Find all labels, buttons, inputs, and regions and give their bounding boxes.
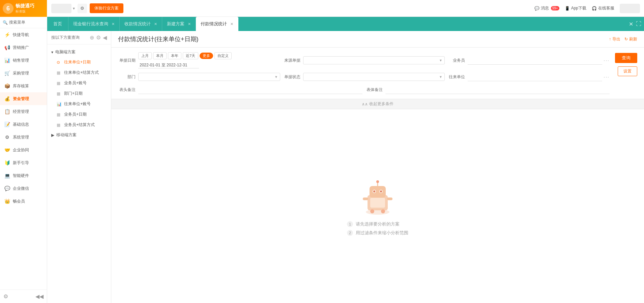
partner-label: 往来单位 bbox=[447, 74, 465, 80]
sidebar-item-operations[interactable]: 📋 经营管理 bbox=[0, 105, 47, 118]
tab-bank-flow-close[interactable]: ✕ bbox=[112, 22, 115, 26]
sidebar-item-label: 资金管理 bbox=[13, 96, 29, 102]
tab-receivable-label: 收款情况统计 bbox=[124, 21, 151, 27]
scheme-item-unit-date[interactable]: ⊙ 往来单位+日期 bbox=[47, 57, 111, 67]
tab-bank-flow[interactable]: 现金银行流水查询 ✕ bbox=[68, 17, 120, 31]
add-scheme-button[interactable]: ⊕ bbox=[90, 34, 94, 41]
sidebar-item-basic-info[interactable]: 📝 基础信息 bbox=[0, 118, 47, 131]
empty-hints: 1 请先选择要分析的方案 2 用过滤条件来缩小分析范围 bbox=[347, 221, 408, 236]
scheme-item-unit-settlement[interactable]: ▦ 往来单位+结算方式 bbox=[47, 67, 111, 78]
tab-close-all-button[interactable]: ✕ bbox=[629, 21, 633, 27]
message-button[interactable]: 💬 消息 99+ bbox=[534, 5, 559, 11]
staff-more-button[interactable]: ··· bbox=[604, 58, 610, 63]
dept-select[interactable]: ▾ bbox=[138, 73, 280, 81]
table-header-note-input[interactable] bbox=[138, 85, 362, 94]
source-doc-select[interactable]: ▾ bbox=[303, 56, 445, 64]
message-label: 消息 bbox=[541, 5, 549, 11]
date-btn-this-month[interactable]: 本月 bbox=[153, 52, 167, 59]
sidebar-item-member[interactable]: 👑 畅会员 bbox=[0, 195, 47, 208]
scheme-item-staff-account[interactable]: ▦ 业务员+账号 bbox=[47, 78, 111, 88]
sidebar-item-marketing[interactable]: 📢 营销推广 bbox=[0, 41, 47, 54]
svg-rect-2 bbox=[370, 198, 385, 208]
scheme-icon: ▦ bbox=[57, 123, 62, 127]
date-btn-last-7days[interactable]: 近7天 bbox=[183, 52, 198, 59]
hint2-text: 用过滤条件来缩小分析范围 bbox=[356, 230, 408, 236]
basic-info-icon: 📝 bbox=[4, 121, 10, 127]
table-body-note-input[interactable] bbox=[385, 85, 610, 94]
online-service-button[interactable]: 🎧 在线客服 bbox=[592, 5, 614, 11]
doc-status-select[interactable]: ▾ bbox=[303, 73, 445, 81]
svg-rect-10 bbox=[363, 198, 368, 200]
collapse-panel-button[interactable]: ◀ bbox=[103, 34, 107, 41]
sales-icon: 📊 bbox=[4, 57, 10, 63]
purchase-icon: 🛒 bbox=[4, 70, 10, 76]
tab-new-scheme[interactable]: 新建方案 ✕ bbox=[162, 17, 196, 31]
tab-receivable[interactable]: 收款情况统计 ✕ bbox=[120, 17, 162, 31]
scheme-item-dept-date[interactable]: ▦ 部门+日期 bbox=[47, 88, 111, 99]
sidebar-item-sales[interactable]: 📊 销售管理 bbox=[0, 54, 47, 67]
settings-button[interactable]: 设置 bbox=[618, 66, 637, 76]
app-download-button[interactable]: 📱 App下载 bbox=[565, 5, 586, 11]
export-button[interactable]: ↑ 导出 bbox=[609, 36, 620, 42]
service-icon: 🎧 bbox=[592, 6, 597, 11]
refresh-button[interactable]: ↻ 刷新 bbox=[624, 36, 637, 42]
tab-receivable-close[interactable]: ✕ bbox=[154, 22, 157, 26]
user-avatar[interactable] bbox=[620, 4, 640, 13]
date-btn-more[interactable]: 更多 bbox=[200, 53, 213, 59]
tab-new-scheme-close[interactable]: ✕ bbox=[188, 22, 191, 26]
sidebar-collapse-button[interactable]: ◀◀ bbox=[35, 293, 43, 300]
date-range-input[interactable] bbox=[138, 62, 199, 68]
sidebar-item-purchase[interactable]: 🛒 采购管理 bbox=[0, 67, 47, 80]
expand-arrow-icon: ▾ bbox=[51, 50, 53, 55]
mobile-section-header[interactable]: ▶ 移动端方案 bbox=[47, 130, 111, 140]
empty-state: 1 请先选择要分析的方案 2 用过滤条件来缩小分析范围 bbox=[111, 109, 644, 303]
sidebar-item-guide[interactable]: 🔰 新手引导 bbox=[0, 156, 47, 169]
search-menu-item[interactable]: 🔍 搜索菜单 bbox=[0, 17, 47, 28]
tab-expand-button[interactable]: ⛶ bbox=[636, 21, 641, 27]
sidebar-item-hardware[interactable]: 💻 智能硬件 bbox=[0, 169, 47, 182]
tab-payment-stats-close[interactable]: ✕ bbox=[230, 22, 233, 26]
scheme-item-unit-account[interactable]: 📊 往来单位+账号 bbox=[47, 99, 111, 109]
refresh-label: 刷新 bbox=[629, 36, 637, 42]
date-btn-last-month[interactable]: 上月 bbox=[138, 52, 152, 59]
scheme-settings-button[interactable]: ⚙ bbox=[96, 34, 101, 41]
svg-rect-11 bbox=[387, 198, 392, 200]
collapse-more-conditions-button[interactable]: ∧∧ 收起更多条件 bbox=[362, 101, 393, 107]
left-scheme-panel: 按以下方案查询 ⊕ ⚙ ◀ ▾ 电脑端方案 ⊙ 往来单位+日期 bbox=[47, 31, 111, 303]
hint1-text: 请先选择要分析的方案 bbox=[356, 221, 400, 227]
tab-payment-stats[interactable]: 付款情况统计 ✕ bbox=[196, 17, 238, 31]
sidebar: 6 畅捷通巧 标准版 🔍 搜索菜单 ⚡ 快捷导航 📢 营销推广 📊 销售管理 🛒… bbox=[0, 0, 47, 303]
page-title: 付款情况统计(往来单位+日期) bbox=[118, 35, 199, 43]
svg-point-9 bbox=[376, 180, 379, 183]
dept-arrow: ▾ bbox=[275, 74, 277, 79]
staff-input[interactable] bbox=[468, 56, 602, 65]
header-settings-button[interactable]: ⚙ bbox=[78, 4, 87, 13]
sidebar-gear-button[interactable]: ⚙ bbox=[3, 293, 8, 300]
company-dropdown-arrow[interactable]: ▾ bbox=[73, 6, 75, 11]
sidebar-item-quick-nav[interactable]: ⚡ 快捷导航 bbox=[0, 28, 47, 41]
query-button[interactable]: 查询 bbox=[615, 53, 637, 63]
trial-industry-button[interactable]: 体验行业方案 bbox=[90, 3, 123, 13]
sidebar-item-finance[interactable]: 💰 资金管理 bbox=[0, 92, 47, 105]
date-btn-this-year[interactable]: 本年 bbox=[168, 52, 181, 59]
partner-more-button[interactable]: ··· bbox=[604, 74, 610, 80]
sidebar-item-inventory[interactable]: 📦 库存核算 bbox=[0, 80, 47, 92]
partner-input[interactable] bbox=[468, 72, 602, 81]
scheme-item-staff-settlement[interactable]: ▦ 业务员+结算方式 bbox=[47, 120, 111, 130]
sidebar-item-label: 快捷导航 bbox=[13, 32, 29, 38]
scheme-item-staff-date[interactable]: ▦ 业务员+日期 bbox=[47, 109, 111, 120]
desktop-section-header[interactable]: ▾ 电脑端方案 bbox=[47, 47, 111, 57]
sidebar-item-system[interactable]: ⚙ 系统管理 bbox=[0, 131, 47, 144]
sidebar-item-label: 畅会员 bbox=[13, 199, 25, 204]
export-icon: ↑ bbox=[609, 37, 611, 41]
tab-home-label: 首页 bbox=[53, 21, 62, 27]
search-label: 搜索菜单 bbox=[9, 20, 25, 25]
sidebar-item-wechat[interactable]: 💬 企业微信 bbox=[0, 182, 47, 195]
sidebar-item-enterprise[interactable]: 🤝 企业协同 bbox=[0, 144, 47, 156]
tab-home[interactable]: 首页 bbox=[50, 17, 68, 31]
active-scheme-icon: ⊙ bbox=[57, 60, 62, 65]
date-btn-custom[interactable]: 自定义 bbox=[214, 52, 232, 59]
scheme-label: 业务员+结算方式 bbox=[64, 122, 95, 128]
scheme-label: 往来单位+账号 bbox=[64, 101, 91, 107]
scheme-label: 业务员+账号 bbox=[64, 80, 87, 86]
